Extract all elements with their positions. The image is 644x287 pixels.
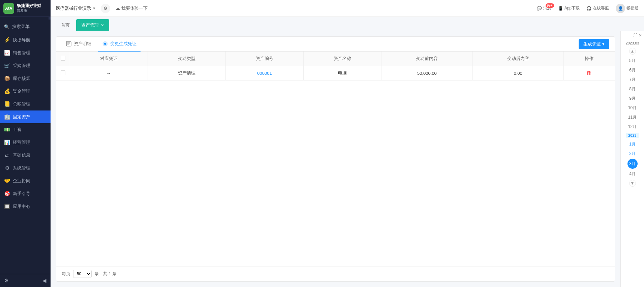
message-button[interactable]: 💬 消息 99+ [537, 5, 551, 11]
customer-service-button[interactable]: 🎧 在线客服 [586, 5, 609, 11]
tab-assets-manage[interactable]: 资产管理 ✕ [76, 19, 109, 31]
quick-nav-icon: ⚡ [4, 37, 10, 43]
collab-icon: 🤝 [4, 178, 10, 184]
col-header-before-content: 变动前内容 [381, 52, 472, 66]
headset-icon: 🎧 [586, 6, 591, 11]
row-checkbox-cell [56, 66, 70, 81]
row-checkbox[interactable] [61, 70, 65, 75]
panel-expand-icon[interactable]: ⛶ [633, 33, 637, 38]
sidebar-item-label: 库存核算 [13, 75, 30, 82]
sidebar-item-quick-nav[interactable]: ⚡ 快捷导航 [0, 34, 51, 46]
month-12[interactable]: 12月 [625, 122, 640, 131]
month-2023-4[interactable]: 4月 [625, 169, 640, 178]
sidebar-item-fund[interactable]: 💰 资金管理 [0, 85, 51, 98]
month-5[interactable]: 5月 [625, 56, 640, 65]
scroll-up-arrow: ▲ [629, 48, 636, 55]
select-all-checkbox[interactable] [61, 56, 65, 61]
sidebar-item-ledger[interactable]: 📒 总账管理 [0, 98, 51, 110]
month-7[interactable]: 7月 [625, 75, 640, 84]
app-download-button[interactable]: 📱 App下载 [558, 5, 580, 11]
sidebar-item-assets[interactable]: 🏢 固定资产 [0, 110, 51, 123]
user-menu[interactable]: 👤 畅捷通 [616, 4, 639, 13]
row-voucher: -- [70, 66, 148, 81]
base-info-icon: 🗂 [4, 153, 10, 158]
message-badge: 99+ [546, 3, 554, 8]
sidebar-nav: ⚡ 快捷导航 📈 销售管理 🛒 采购管理 📦 库存核算 💰 资金管理 📒 总账管… [0, 34, 51, 274]
inner-tab-asset-detail-label: 资产明细 [74, 41, 91, 47]
row-operation: 🗑 [563, 66, 615, 81]
sidebar-search[interactable]: 🔍 搜索菜单 [0, 21, 51, 32]
settings-footer-icon[interactable]: ⚙ [4, 278, 8, 284]
month-11[interactable]: 11月 [625, 113, 640, 122]
topbar-settings-button[interactable]: ⚙ [101, 4, 110, 13]
company-selector[interactable]: 医疗器械行业演示 ▾ [56, 5, 95, 11]
user-name: 畅捷通 [626, 5, 639, 11]
col-header-after-content: 变动后内容 [472, 52, 563, 66]
col-header-asset-code: 资产编号 [225, 52, 303, 66]
year-2023-label[interactable]: 2023 [626, 133, 638, 138]
asset-detail-icon [66, 41, 72, 47]
sidebar-footer: ⚙ ◀ [0, 274, 51, 287]
sidebar-item-inventory[interactable]: 📦 库存核算 [0, 72, 51, 85]
topbar-right: 💬 消息 99+ 📱 App下载 🎧 在线客服 👤 畅捷通 [537, 4, 639, 13]
purchase-icon: 🛒 [4, 63, 10, 69]
main-card: 资产明细 变更生成凭证 生成凭证 ▾ [56, 36, 615, 282]
experience-button[interactable]: ☁ 我要体验一下 [116, 5, 148, 11]
page-size-label: 每页 [62, 271, 70, 277]
sidebar-item-collab[interactable]: 🤝 企业协同 [0, 174, 51, 187]
col-header-asset-name: 资产名称 [304, 52, 381, 66]
company-name: 医疗器械行业演示 [56, 5, 91, 11]
logo-text: AtA [5, 6, 12, 11]
generate-voucher-button[interactable]: 生成凭证 ▾ [579, 39, 609, 49]
generate-btn-label: 生成凭证 [583, 41, 601, 47]
inventory-icon: 📦 [4, 75, 10, 82]
generate-btn-dropdown-icon: ▾ [602, 41, 605, 46]
sidebar-item-label: 采购管理 [13, 63, 30, 69]
scroll-down-arrow: ▼ [629, 180, 636, 187]
delete-row-icon[interactable]: 🗑 [586, 70, 592, 76]
month-2023-3[interactable]: 3月 [627, 159, 638, 169]
tab-home-label: 首页 [61, 22, 70, 28]
panel-scroll-up[interactable]: ▲ [621, 46, 644, 56]
sidebar-item-label: 新手引导 [13, 191, 30, 197]
inner-tabs: 资产明细 变更生成凭证 生成凭证 ▾ [56, 37, 615, 52]
inner-tab-generate-voucher[interactable]: 变更生成凭证 [98, 37, 141, 52]
tabbar: 首页 资产管理 ✕ [51, 17, 644, 31]
settings-icon: ⚙ [103, 6, 108, 11]
panel-close-icon[interactable]: ✕ [639, 33, 642, 38]
sidebar-search-label: 搜索菜单 [12, 24, 30, 30]
sidebar-item-purchase[interactable]: 🛒 采购管理 [0, 59, 51, 72]
search-icon: 🔍 [4, 24, 9, 29]
sidebar-item-system[interactable]: ⚙ 系统管理 [0, 162, 51, 174]
month-6[interactable]: 6月 [625, 66, 640, 74]
sidebar-item-label: 经营管理 [13, 139, 30, 146]
sidebar-item-label: 总账管理 [13, 101, 30, 107]
table-footer: 每页 20 50 100 条，共 1 条 [56, 266, 615, 281]
sidebar-item-app-center[interactable]: 🔲 应用中心 [0, 200, 51, 213]
month-9[interactable]: 9月 [625, 94, 640, 103]
month-8[interactable]: 8月 [625, 85, 640, 93]
inner-tab-asset-detail[interactable]: 资产明细 [62, 37, 95, 52]
main-content: 资产明细 变更生成凭证 生成凭证 ▾ [51, 31, 620, 287]
panel-scroll-down[interactable]: ▼ [621, 179, 644, 188]
sidebar-item-base-info[interactable]: 🗂 基础信息 [0, 149, 51, 162]
total-count: 条，共 1 条 [94, 271, 117, 277]
row-asset-name: 电脑 [304, 66, 381, 81]
month-10[interactable]: 10月 [625, 103, 640, 112]
assets-icon: 🏢 [4, 114, 10, 120]
month-2023-2[interactable]: 2月 [625, 149, 640, 158]
month-2023-1[interactable]: 1月 [625, 140, 640, 149]
collapse-sidebar-icon[interactable]: ◀ [42, 278, 47, 284]
sidebar-item-sales[interactable]: 📈 销售管理 [0, 46, 51, 59]
sidebar-item-payroll[interactable]: 💵 工资 [0, 123, 51, 136]
sidebar-item-guide[interactable]: 🎯 新手引导 [0, 187, 51, 200]
content-area: 资产明细 变更生成凭证 生成凭证 ▾ [51, 31, 644, 287]
tab-home[interactable]: 首页 [56, 19, 75, 31]
sidebar-item-operations[interactable]: 📊 经营管理 [0, 136, 51, 149]
tab-close-icon[interactable]: ✕ [101, 23, 104, 28]
page-size-select[interactable]: 20 50 100 [73, 270, 92, 278]
app-logo-icon: AtA [3, 3, 14, 14]
inner-tab-generate-voucher-label: 变更生成凭证 [110, 41, 136, 47]
generate-voucher-icon [102, 41, 108, 47]
app-center-icon: 🔲 [4, 203, 10, 210]
